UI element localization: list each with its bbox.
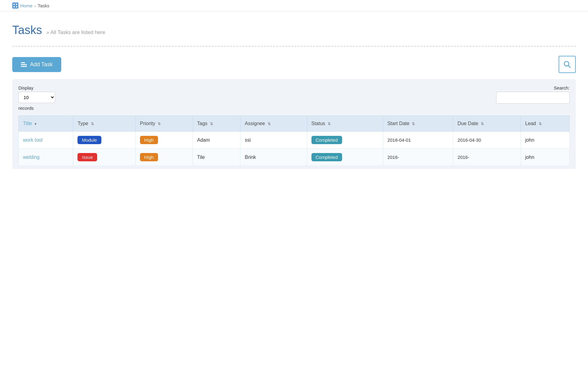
cell-title: work tool <box>19 132 73 149</box>
table-controls: Display 10 25 50 100 records Search: <box>18 85 570 111</box>
cell-due-date: 2016- <box>453 149 521 166</box>
status-sort-icon: ⇅ <box>328 122 331 126</box>
col-assignee[interactable]: Assignee ⇅ <box>240 116 307 132</box>
type-badge: Module <box>77 136 101 144</box>
priority-sort-icon: ⇅ <box>158 122 161 126</box>
add-task-icon <box>21 62 27 67</box>
svg-rect-1 <box>16 4 17 5</box>
display-controls: Display 10 25 50 100 records <box>18 85 55 111</box>
cell-type: Module <box>73 132 136 149</box>
svg-rect-3 <box>16 6 17 7</box>
cell-lead: john <box>521 149 569 166</box>
svg-rect-2 <box>13 6 15 7</box>
table-header-row: Title ▾ Type ⇅ Priority ⇅ Tags ⇅ Assigne… <box>19 116 570 132</box>
cell-due-date: 2016-04-30 <box>453 132 521 149</box>
task-title-link[interactable]: welding <box>23 155 40 160</box>
svg-rect-0 <box>13 4 15 5</box>
search-controls: Search: <box>496 85 570 104</box>
page-subtitle: » All Tasks are listed here <box>46 29 105 36</box>
table-row: welding Issue High Tile Brink Completed … <box>19 149 570 166</box>
cell-priority: High <box>136 132 193 149</box>
svg-line-5 <box>568 66 571 68</box>
cell-start-date: 2016- <box>383 149 453 166</box>
add-task-label: Add Task <box>30 61 53 68</box>
col-tags[interactable]: Tags ⇅ <box>193 116 240 132</box>
page-header: Tasks » All Tasks are listed here <box>0 11 588 43</box>
assignee-sort-icon: ⇅ <box>268 122 271 126</box>
due-date-sort-icon: ⇅ <box>481 122 484 126</box>
table-row: work tool Module High Adam ssi Completed… <box>19 132 570 149</box>
col-title[interactable]: Title ▾ <box>19 116 73 132</box>
cell-status: Completed <box>307 149 383 166</box>
breadcrumb: Home › Tasks <box>0 0 588 11</box>
type-sort-icon: ⇅ <box>91 122 94 126</box>
cell-status: Completed <box>307 132 383 149</box>
display-select[interactable]: 10 25 50 100 <box>18 92 55 103</box>
search-input[interactable] <box>496 92 570 104</box>
page-title-row: Tasks » All Tasks are listed here <box>12 24 576 37</box>
cell-tags: Tile <box>193 149 240 166</box>
tags-sort-icon: ⇅ <box>210 122 213 126</box>
col-type[interactable]: Type ⇅ <box>73 116 136 132</box>
page-title: Tasks <box>12 24 42 37</box>
cell-start-date: 2016-04-01 <box>383 132 453 149</box>
add-task-button[interactable]: Add Task <box>12 57 61 72</box>
priority-badge: High <box>140 136 158 144</box>
search-toggle-button[interactable] <box>559 56 576 73</box>
status-badge: Completed <box>311 136 342 144</box>
display-label: Display <box>18 85 55 90</box>
breadcrumb-separator: › <box>34 3 36 8</box>
task-title-link[interactable]: work tool <box>23 137 43 143</box>
breadcrumb-current: Tasks <box>38 3 49 8</box>
col-lead[interactable]: Lead ⇅ <box>521 116 569 132</box>
col-start-date[interactable]: Start Date ⇅ <box>383 116 453 132</box>
cell-assignee: ssi <box>240 132 307 149</box>
type-badge: Issue <box>77 153 97 161</box>
start-date-sort-icon: ⇅ <box>412 122 415 126</box>
svg-point-4 <box>564 61 569 66</box>
priority-badge: High <box>140 153 158 161</box>
cell-priority: High <box>136 149 193 166</box>
home-icon <box>12 2 18 9</box>
cell-title: welding <box>19 149 73 166</box>
col-due-date[interactable]: Due Date ⇅ <box>453 116 521 132</box>
lead-sort-icon: ⇅ <box>539 122 542 126</box>
table-wrapper: Display 10 25 50 100 records Search: Tit… <box>12 79 576 169</box>
toolbar: Add Task <box>0 47 588 79</box>
col-status[interactable]: Status ⇅ <box>307 116 383 132</box>
status-badge: Completed <box>311 153 342 161</box>
cell-tags: Adam <box>193 132 240 149</box>
cell-assignee: Brink <box>240 149 307 166</box>
search-label: Search: <box>554 85 570 90</box>
tasks-table: Title ▾ Type ⇅ Priority ⇅ Tags ⇅ Assigne… <box>18 116 570 166</box>
cell-lead: john <box>521 132 569 149</box>
title-sort-icon: ▾ <box>35 122 36 126</box>
col-priority[interactable]: Priority ⇅ <box>136 116 193 132</box>
cell-type: Issue <box>73 149 136 166</box>
breadcrumb-home-link[interactable]: Home <box>20 3 32 8</box>
records-label: records <box>18 105 55 111</box>
